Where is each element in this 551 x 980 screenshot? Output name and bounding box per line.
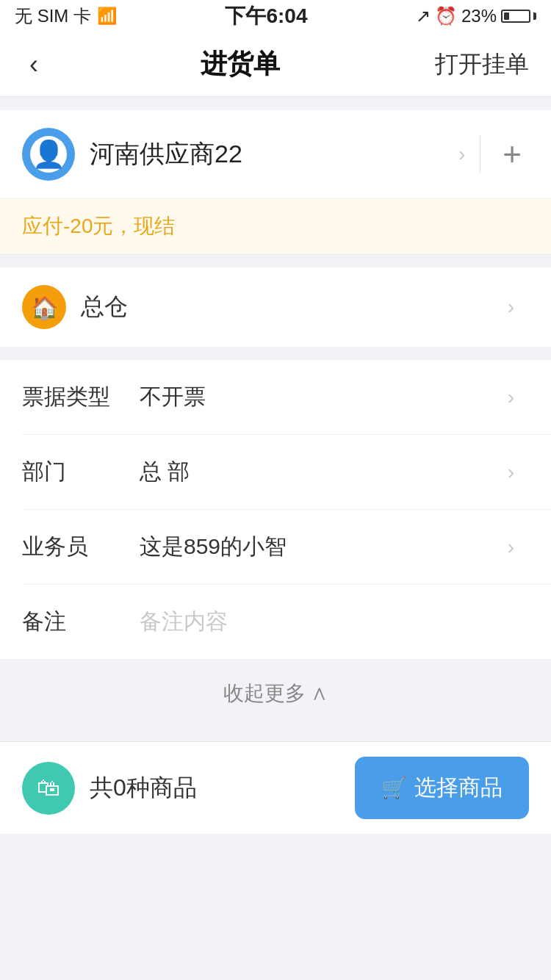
alarm-icon: ⏰ <box>435 6 457 26</box>
nav-bar: ‹ 进货单 打开挂单 <box>0 32 551 97</box>
sales-row[interactable]: 业务员 这是859的小智 › <box>0 510 551 584</box>
house-icon: 🏠 <box>31 295 58 320</box>
section-gap-2 <box>0 254 551 267</box>
wifi-icon: 📶 <box>97 7 117 26</box>
open-pending-button[interactable]: 打开挂单 <box>435 48 529 81</box>
supplier-row[interactable]: 👤 河南供应商22 › + <box>0 110 551 199</box>
supplier-chevron-icon: › <box>458 143 465 166</box>
page-title: 进货单 <box>201 46 280 82</box>
status-left: 无 SIM 卡 📶 <box>15 4 117 28</box>
section-gap-3 <box>0 347 551 360</box>
avatar-inner: 👤 <box>30 136 67 173</box>
select-product-icon: 🛒 <box>381 776 407 800</box>
supplier-name: 河南供应商22 <box>90 137 458 171</box>
dept-chevron-icon: › <box>508 461 514 484</box>
invoice-label: 票据类型 <box>22 382 140 412</box>
status-right: ↗ ⏰ 23% <box>416 6 536 26</box>
remark-placeholder: 备注内容 <box>140 607 529 637</box>
warehouse-row[interactable]: 🏠 总仓 › <box>0 267 551 347</box>
supplier-section: 👤 河南供应商22 › + 应付-20元，现结 <box>0 110 551 254</box>
invoice-value: 不开票 <box>140 382 508 412</box>
product-bar: 🛍 共0种商品 🛒 选择商品 <box>0 741 551 834</box>
status-time: 下午6:04 <box>225 2 307 30</box>
warehouse-chevron-icon: › <box>508 295 514 319</box>
location-icon: ↗ <box>416 6 431 26</box>
collapse-label: 收起更多 ∧ <box>223 682 328 705</box>
battery-icon <box>501 10 536 23</box>
product-count: 共0种商品 <box>90 772 355 804</box>
battery-percent: 23% <box>461 6 497 26</box>
invoice-row[interactable]: 票据类型 不开票 › <box>0 360 551 434</box>
empty-area <box>0 834 551 980</box>
divider <box>480 136 480 173</box>
supplier-avatar: 👤 <box>22 128 75 181</box>
dept-value: 总 部 <box>140 457 508 487</box>
sales-chevron-icon: › <box>508 536 514 559</box>
status-bar: 无 SIM 卡 📶 下午6:04 ↗ ⏰ 23% <box>0 0 551 32</box>
sim-label: 无 SIM 卡 <box>15 4 91 28</box>
product-icon: 🛍 <box>37 774 60 801</box>
sales-value: 这是859的小智 <box>140 532 508 562</box>
dept-row[interactable]: 部门 总 部 › <box>0 435 551 509</box>
form-section: 票据类型 不开票 › 部门 总 部 › 业务员 这是859的小智 › 备注 备注… <box>0 360 551 659</box>
alert-text: 应付-20元，现结 <box>22 215 175 237</box>
add-supplier-button[interactable]: + <box>495 136 529 173</box>
collapse-row[interactable]: 收起更多 ∧ <box>0 659 551 728</box>
warehouse-name: 总仓 <box>81 291 508 323</box>
warehouse-section: 🏠 总仓 › <box>0 267 551 347</box>
warehouse-icon-wrap: 🏠 <box>22 285 66 329</box>
section-gap-4 <box>0 728 551 741</box>
remark-row[interactable]: 备注 备注内容 <box>0 585 551 659</box>
sales-label: 业务员 <box>22 532 140 562</box>
invoice-chevron-icon: › <box>508 386 514 409</box>
remark-label: 备注 <box>22 607 140 637</box>
select-product-label: 选择商品 <box>414 773 503 803</box>
alert-row: 应付-20元，现结 <box>0 199 551 254</box>
person-icon: 👤 <box>32 139 65 170</box>
section-gap-1 <box>0 97 551 110</box>
select-product-button[interactable]: 🛒 选择商品 <box>355 757 529 819</box>
dept-label: 部门 <box>22 457 140 487</box>
product-icon-wrap: 🛍 <box>22 762 75 815</box>
back-button[interactable]: ‹ <box>22 42 46 87</box>
